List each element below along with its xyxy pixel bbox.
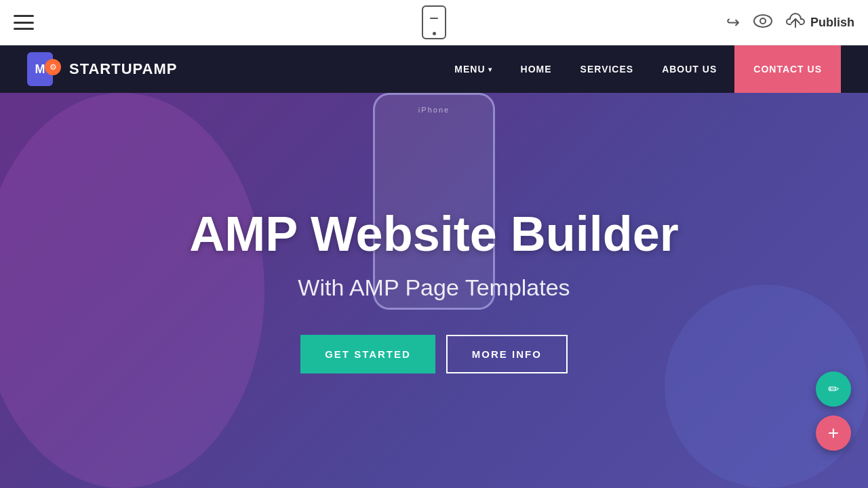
toolbar-right: ↩ Publish [726, 12, 854, 33]
more-info-button[interactable]: MORE INFO [446, 335, 568, 373]
toolbar-center [422, 5, 446, 39]
hero-subtitle: With AMP Page Templates [189, 274, 678, 301]
publish-button[interactable]: Publish [786, 12, 854, 33]
undo-icon[interactable]: ↩ [726, 13, 740, 32]
phone-mockup-label: iPhone [418, 106, 450, 114]
edit-fab-button[interactable]: ✏ [816, 371, 851, 407]
nav-home-item[interactable]: HOME [510, 58, 563, 80]
toolbar: ↩ Publish [0, 0, 868, 45]
preview-icon[interactable] [753, 14, 772, 30]
mobile-preview-icon[interactable] [422, 5, 446, 39]
add-fab-button[interactable]: + [816, 415, 851, 451]
hamburger-menu-icon[interactable] [14, 15, 34, 30]
get-started-button[interactable]: GET STARTED [300, 335, 435, 373]
svg-point-0 [754, 15, 772, 27]
logo-gear-icon: ⚙ [45, 59, 61, 75]
hero-title: AMP Website Builder [189, 207, 678, 261]
nav-services-item[interactable]: SERVICES [570, 58, 645, 80]
toolbar-left [14, 15, 34, 30]
pen-icon: ✏ [828, 381, 840, 397]
logo-text: STARTUPAMP [69, 60, 178, 78]
svg-point-1 [760, 18, 766, 24]
nav-contact-button[interactable]: CONTACT US [734, 45, 841, 93]
plus-icon: + [828, 422, 839, 444]
nav-about-item[interactable]: ABOUT US [651, 58, 728, 80]
logo-area: M ⚙ STARTUPAMP [27, 52, 178, 86]
publish-label: Publish [810, 16, 854, 30]
nav-links: MENU HOME SERVICES ABOUT US CONTACT US [443, 45, 841, 93]
hero-buttons: GET STARTED MORE INFO [189, 335, 678, 373]
hero-section: iPhone AMP Website Builder With AMP Page… [0, 93, 868, 488]
cloud-upload-icon [786, 12, 805, 33]
nav-menu-item[interactable]: MENU [443, 58, 502, 80]
logo-icon: M ⚙ [27, 52, 61, 86]
hero-content: AMP Website Builder With AMP Page Templa… [189, 207, 678, 373]
site-navbar: M ⚙ STARTUPAMP MENU HOME SERVICES ABOUT … [0, 45, 868, 93]
